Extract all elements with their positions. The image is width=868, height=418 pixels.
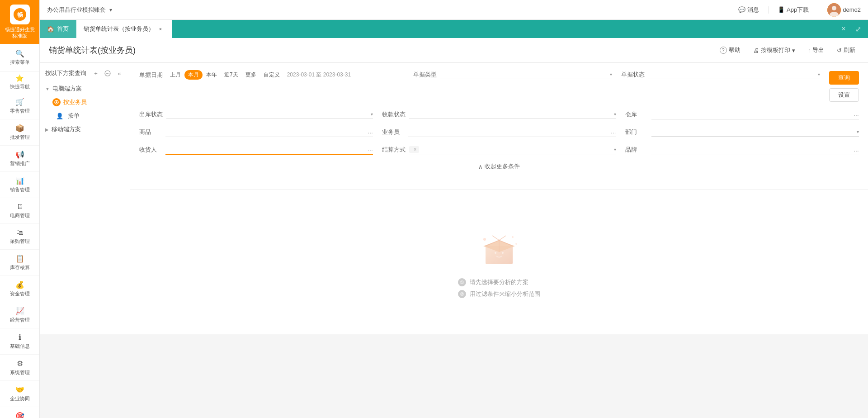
tab-home[interactable]: 🏠 首页 bbox=[40, 20, 76, 38]
system-icon: ⚙ bbox=[17, 359, 23, 368]
print-dropdown-icon: ▾ bbox=[792, 47, 795, 54]
sidebar-item-newcomer[interactable]: 🎯 新手引导 bbox=[0, 407, 39, 418]
date-filter: 上月 本月 本年 近7天 更多 自定义 2023-03-01 至 2023-03… bbox=[166, 70, 404, 80]
tab-close-button[interactable]: × bbox=[157, 25, 164, 33]
template-print-label: 按模板打印 bbox=[761, 46, 790, 54]
date-tab-this-month[interactable]: 本月 bbox=[184, 70, 203, 80]
brand-input-area[interactable]: … bbox=[651, 145, 859, 155]
message-button[interactable]: 💬 消息 bbox=[738, 6, 759, 14]
sidebar-item-retail-label: 零售管理 bbox=[10, 108, 30, 114]
settlement-select[interactable]: × ▾ bbox=[409, 144, 616, 155]
refresh-label: 刷新 bbox=[844, 46, 855, 54]
plan-collapse-button[interactable]: « bbox=[114, 68, 124, 78]
tab-close-all-button[interactable]: × bbox=[837, 23, 850, 35]
tab-home-label: 首页 bbox=[57, 25, 69, 33]
plan-group-mobile: ▶ 移动端方案 bbox=[40, 123, 130, 136]
empty-state-area: ① 请先选择要分析的方案 ② 用过滤条件来缩小分析范围 bbox=[130, 189, 868, 334]
template-print-button[interactable]: 🖨 按模板打印 ▾ bbox=[750, 44, 799, 56]
plan-sidebar-actions: + « bbox=[91, 68, 124, 78]
sidebar-item-enterprise-label: 企业协同 bbox=[10, 395, 30, 402]
receiver-input-area[interactable]: … bbox=[165, 144, 373, 155]
plan-group-mobile-header[interactable]: ▶ 移动端方案 bbox=[40, 123, 130, 136]
export-label: 导出 bbox=[812, 46, 824, 54]
app-download-icon: 📱 bbox=[778, 6, 785, 13]
collapse-button[interactable]: ∧ 收起更多条件 bbox=[139, 159, 859, 174]
plan-group-desktop-header[interactable]: ▼ 电脑端方案 bbox=[40, 82, 130, 95]
doc-type-select[interactable]: ▾ bbox=[440, 70, 612, 79]
date-tabs: 上月 本月 本年 近7天 更多 自定义 bbox=[166, 70, 283, 80]
settings-button[interactable]: 设置 bbox=[829, 88, 859, 102]
plan-group-desktop-label: 电脑端方案 bbox=[52, 85, 82, 93]
header-dropdown-button[interactable]: ▾ bbox=[109, 7, 112, 13]
sidebar-item-ecommerce[interactable]: 🖥 电商管理 bbox=[0, 198, 39, 224]
empty-step-1-label: 请先选择要分析的方案 bbox=[470, 278, 528, 286]
payment-status-label: 收款状态 bbox=[382, 110, 406, 119]
date-tab-custom[interactable]: 自定义 bbox=[260, 70, 283, 80]
salesperson-more[interactable]: … bbox=[611, 128, 616, 135]
sidebar-search-area[interactable]: 🔍 搜索菜单 bbox=[0, 44, 39, 71]
refresh-button[interactable]: ↺ 刷新 bbox=[833, 44, 859, 56]
content-body: 按以下方案查询 + « bbox=[40, 63, 868, 334]
sidebar-item-finance[interactable]: 💰 资金管理 bbox=[0, 276, 39, 302]
sidebar-item-marketing[interactable]: 📢 营销推广 bbox=[0, 146, 39, 172]
help-label: 帮助 bbox=[729, 46, 741, 54]
goods-input-area[interactable]: … bbox=[165, 127, 373, 137]
query-button[interactable]: 查询 bbox=[829, 71, 859, 85]
department-select[interactable]: ▾ bbox=[651, 128, 859, 137]
filter-payment-status-field: 收款状态 ▾ bbox=[382, 110, 616, 119]
sidebar-item-inventory[interactable]: 📋 库存核算 bbox=[0, 250, 39, 276]
export-button[interactable]: ↑ 导出 bbox=[804, 44, 828, 56]
sidebar-item-sales-mgmt[interactable]: 📊 销售管理 bbox=[0, 172, 39, 198]
sidebar-item-system[interactable]: ⚙ 系统管理 bbox=[0, 355, 39, 381]
svg-text:畅: 畅 bbox=[17, 11, 23, 18]
message-icon: 💬 bbox=[738, 6, 745, 13]
sidebar-item-operations[interactable]: 📈 经营管理 bbox=[0, 302, 39, 328]
sidebar: 畅 畅捷通好生意 标准版 🔍 搜索菜单 ⭐ 快捷导航 🛒 零售管理 📦 批发管理… bbox=[0, 0, 40, 418]
salesperson-input-area[interactable]: … bbox=[408, 127, 616, 137]
warehouse-select[interactable]: … bbox=[651, 109, 859, 119]
search-menu-button[interactable]: 🔍 搜索菜单 bbox=[3, 48, 37, 67]
quick-nav-label: 快捷导航 bbox=[10, 83, 30, 90]
purchase-icon: 🛍 bbox=[16, 228, 24, 237]
ship-status-select[interactable]: ▾ bbox=[166, 110, 373, 119]
date-tab-more[interactable]: 更多 bbox=[242, 70, 260, 80]
empty-illustration bbox=[476, 226, 522, 271]
sidebar-item-wholesale-label: 批发管理 bbox=[10, 134, 30, 141]
sidebar-item-inventory-label: 库存核算 bbox=[10, 264, 30, 271]
help-button[interactable]: ? 帮助 bbox=[716, 44, 744, 56]
date-tab-this-year[interactable]: 本年 bbox=[203, 70, 221, 80]
user-profile-button[interactable]: demo2 bbox=[827, 3, 861, 17]
tab-sales-stats[interactable]: 销货单统计表（按业务员） × bbox=[76, 20, 172, 38]
plan-edit-button[interactable] bbox=[103, 68, 113, 78]
doc-type-label: 单据类型 bbox=[413, 71, 437, 79]
filter-row-2: 出库状态 ▾ 收款状态 ▾ bbox=[139, 109, 859, 119]
doc-status-select[interactable]: ▾ bbox=[648, 70, 820, 79]
date-tab-last-7[interactable]: 近7天 bbox=[221, 70, 242, 80]
payment-status-select[interactable]: ▾ bbox=[409, 110, 616, 119]
sidebar-item-wholesale[interactable]: 📦 批发管理 bbox=[0, 119, 39, 146]
receiver-label: 收货人 bbox=[139, 146, 162, 154]
sidebar-item-retail[interactable]: 🛒 零售管理 bbox=[0, 93, 39, 119]
plan-add-button[interactable]: + bbox=[91, 68, 101, 78]
warehouse-more[interactable]: … bbox=[854, 111, 859, 117]
plan-item-by-sales[interactable]: 按业务员 bbox=[40, 95, 130, 109]
inventory-icon: 📋 bbox=[15, 254, 24, 263]
sidebar-item-purchase[interactable]: 🛍 采购管理 bbox=[0, 224, 39, 250]
brand-more[interactable]: … bbox=[854, 147, 859, 153]
svg-point-13 bbox=[512, 236, 514, 238]
sidebar-item-basic-info[interactable]: ℹ 基础信息 bbox=[0, 328, 39, 355]
header-divider-2 bbox=[818, 6, 818, 14]
plan-item-by-order[interactable]: 👤 按单 bbox=[40, 109, 130, 123]
settlement-tag-close[interactable]: × bbox=[414, 147, 416, 152]
plan-item-person-icon: 👤 bbox=[56, 113, 63, 119]
department-label: 部门 bbox=[625, 128, 648, 136]
app-download-button[interactable]: 📱 App下载 bbox=[778, 6, 809, 14]
sidebar-item-enterprise[interactable]: 🤝 企业协同 bbox=[0, 381, 39, 407]
step-num-1: ① bbox=[458, 278, 466, 286]
date-tab-last-month[interactable]: 上月 bbox=[166, 70, 184, 80]
receiver-more[interactable]: … bbox=[368, 146, 373, 152]
quick-nav-item[interactable]: ⭐ 快捷导航 bbox=[0, 71, 39, 93]
filter-settlement-field: 结算方式 × ▾ bbox=[382, 144, 616, 155]
goods-more[interactable]: … bbox=[368, 128, 373, 135]
tab-maximize-button[interactable]: ⤢ bbox=[852, 23, 864, 35]
